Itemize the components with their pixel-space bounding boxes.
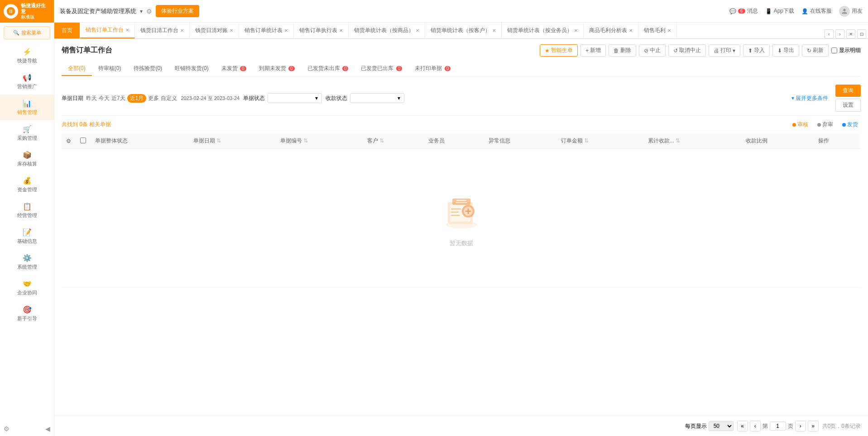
filter-action-btns: 查询 设置 xyxy=(835,85,861,112)
logo-icon xyxy=(4,4,18,19)
sort-cumulative[interactable]: ⇅ xyxy=(676,137,680,144)
show-detail-input[interactable] xyxy=(831,47,837,53)
date-1month[interactable]: 近1月 xyxy=(127,94,147,103)
tab-order-stats[interactable]: 销售订单统计表 ✕ xyxy=(239,23,294,38)
tab-home[interactable]: 首页 xyxy=(54,23,80,38)
app-download-item[interactable]: 📱 App下载 xyxy=(765,7,794,15)
tab-cash-daily[interactable]: 钱货日清工作台 ✕ xyxy=(135,23,190,38)
tab-prev-button[interactable]: ‹ xyxy=(825,29,834,38)
cancel-review-action-button[interactable]: 弃审 xyxy=(815,119,836,130)
sort-number[interactable]: ⇅ xyxy=(303,137,308,144)
select-all-checkbox[interactable] xyxy=(80,137,86,143)
subtab-pending-review[interactable]: 待审核(0) xyxy=(92,62,128,76)
user-item[interactable]: 用友 xyxy=(839,6,863,17)
tab-expand-button[interactable]: ⊡ xyxy=(857,29,866,38)
date-filter-label: 单据日期 xyxy=(62,95,83,102)
tab-close-cash-daily[interactable]: ✕ xyxy=(180,28,184,33)
table-header-row: ⚙ 单据整体状态 单据日期 ⇅ 单据编号 ⇅ xyxy=(62,133,861,149)
tab-margin[interactable]: 商品毛利分析表 ✕ xyxy=(584,23,638,38)
cancel-stop-button[interactable]: ↺ 取消中止 xyxy=(668,44,706,57)
sidebar-item-collab[interactable]: 🤝 企业协同 xyxy=(0,275,54,301)
date-7days[interactable]: 近7天 xyxy=(111,95,125,102)
search-menu-button[interactable]: 🔍 搜索菜单 xyxy=(4,26,50,39)
industry-solution-button[interactable]: 体验行业方案 xyxy=(156,5,199,17)
sidebar-item-basic[interactable]: 📝 基础信息 xyxy=(0,223,54,249)
date-yesterday[interactable]: 昨天 xyxy=(86,95,97,102)
date-more[interactable]: 更多 xyxy=(148,95,159,102)
sort-amount[interactable]: ⇅ xyxy=(584,137,589,144)
print-button[interactable]: 🖨 打印 ▾ xyxy=(709,44,740,57)
subtab-wangpu-pending[interactable]: 旺铺待发货(0) xyxy=(168,62,215,76)
not-printed-badge: 0 xyxy=(445,66,451,71)
sort-customer[interactable]: ⇅ xyxy=(379,137,384,144)
page-number-input[interactable] xyxy=(770,422,786,431)
next-page-button[interactable]: › xyxy=(795,421,806,431)
subtab-pending-inspection[interactable]: 待拣验货(0) xyxy=(127,62,168,76)
sidebar-collapse-button[interactable]: ◀ xyxy=(45,425,50,432)
first-page-button[interactable]: « xyxy=(737,421,748,431)
tab-close-margin[interactable]: ✕ xyxy=(629,28,633,33)
date-today[interactable]: 今天 xyxy=(99,95,110,102)
tab-close-reconcile[interactable]: ✕ xyxy=(230,28,233,33)
tab-reconcile[interactable]: 钱货日清对账 ✕ xyxy=(190,23,239,38)
tab-close-sales-order[interactable]: ✕ xyxy=(125,28,129,33)
status-dropdown[interactable]: ▾ xyxy=(268,93,322,103)
table-header: 共找到 0条 相关单据 审核 弃审 发货 xyxy=(62,119,861,130)
subtab-overdue-ship[interactable]: 到期未发货 0 xyxy=(253,62,301,76)
ship-action-button[interactable]: 发货 xyxy=(839,119,861,130)
expand-filter-button[interactable]: ▾ 展开更多条件 xyxy=(791,95,828,102)
sidebar-item-inventory[interactable]: 📦 库存核算 xyxy=(0,146,54,172)
tab-next-button[interactable]: › xyxy=(835,29,844,38)
review-action-button[interactable]: 审核 xyxy=(790,119,811,130)
sidebar-item-guide[interactable]: 🎯 新手引导 xyxy=(0,301,54,327)
gear-icon[interactable]: ⚙ xyxy=(146,8,152,15)
sidebar-item-finance[interactable]: 💰 资金管理 xyxy=(0,172,54,198)
tab-close-sales-by-customer[interactable]: ✕ xyxy=(492,28,496,33)
subtab-not-shipped[interactable]: 未发货 0 xyxy=(215,62,253,76)
tab-sales-by-product[interactable]: 销货单统计表（按商品） ✕ xyxy=(349,23,425,38)
smart-create-button[interactable]: ★ 智能生单 xyxy=(540,44,578,57)
filter-setting-button[interactable]: 设置 xyxy=(835,99,861,112)
refresh-button[interactable]: ↻ 刷新 xyxy=(802,44,829,57)
online-service-item[interactable]: 👤 在线客服 xyxy=(801,7,832,15)
sidebar-item-operations[interactable]: 📋 经营管理 xyxy=(0,198,54,223)
sidebar-settings-button[interactable]: ⚙ xyxy=(4,425,10,432)
payment-dropdown[interactable]: ▾ xyxy=(350,93,404,103)
subtab-shipped-outbound[interactable]: 已发货已出库 0 xyxy=(355,62,408,76)
show-detail-checkbox[interactable]: 显示明细 xyxy=(831,47,861,54)
message-item[interactable]: 💬 6 消息 xyxy=(729,7,758,15)
tab-close-sales-by-product[interactable]: ✕ xyxy=(416,28,419,33)
tab-close-order-exec[interactable]: ✕ xyxy=(339,28,343,33)
date-range-display: 2023-02-24 至 2023-03-24 xyxy=(181,95,240,102)
date-custom[interactable]: 自定义 xyxy=(161,95,177,102)
query-button[interactable]: 查询 xyxy=(835,85,861,97)
tab-sales-by-staff[interactable]: 销货单统计表（按业务员） ✕ xyxy=(502,23,584,38)
subtab-all[interactable]: 全部(0) xyxy=(62,62,92,76)
tab-sales-by-customer[interactable]: 销货单统计表（按客户） ✕ xyxy=(425,23,502,38)
sidebar-item-quicknav[interactable]: ⚡ 快捷导航 xyxy=(0,43,54,69)
system-dropdown[interactable]: ▾ xyxy=(140,8,143,14)
tab-sales-order[interactable]: 销售订单工作台 ✕ xyxy=(80,23,135,38)
sidebar-item-purchase[interactable]: 🛒 采购管理 xyxy=(0,120,54,146)
page-size-select[interactable]: 50 100 200 xyxy=(709,421,734,431)
tab-close-order-stats[interactable]: ✕ xyxy=(284,28,288,33)
prev-page-button[interactable]: ‹ xyxy=(750,421,761,431)
stop-button[interactable]: ⊘ 中止 xyxy=(639,44,666,57)
sort-date[interactable]: ⇅ xyxy=(216,137,221,144)
tab-sales-margin[interactable]: 销售毛利 ✕ xyxy=(638,23,677,38)
tab-close-sales-by-staff[interactable]: ✕ xyxy=(574,28,578,33)
subtab-not-printed[interactable]: 未打印单据 0 xyxy=(408,62,457,76)
last-page-button[interactable]: » xyxy=(808,421,819,431)
import-button[interactable]: ⬆ 导入 xyxy=(743,44,770,57)
subtab-shipped-no-outbound[interactable]: 已发货未出库 0 xyxy=(301,62,355,76)
sidebar-item-marketing[interactable]: 📢 营销推广 xyxy=(0,69,54,95)
delete-button[interactable]: 🗑 删除 xyxy=(609,44,636,57)
export-button[interactable]: ⬇ 导出 xyxy=(772,44,799,57)
tab-close-sales-margin[interactable]: ✕ xyxy=(667,28,671,33)
sidebar-item-sales[interactable]: 📊 销售管理 xyxy=(0,95,54,120)
tab-close-all-button[interactable]: ✕ xyxy=(846,29,855,38)
new-button[interactable]: + 新增 xyxy=(580,44,606,57)
tab-order-exec[interactable]: 销售订单执行表 ✕ xyxy=(294,23,349,38)
th-settings[interactable]: ⚙ xyxy=(62,133,76,149)
sidebar-item-system[interactable]: ⚙️ 系统管理 xyxy=(0,249,54,275)
